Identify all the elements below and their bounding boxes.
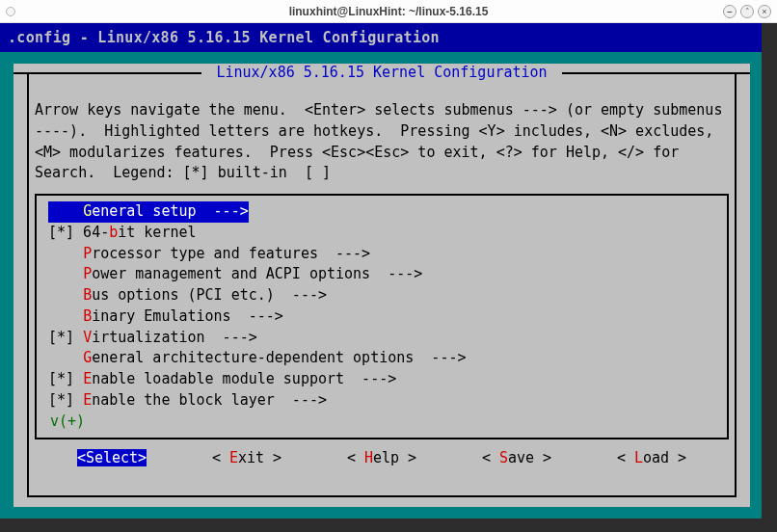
menu-item-label: nable loadable module support ---> <box>92 370 396 387</box>
menuconfig-dialog: Linux/x86 5.16.15 Kernel Configuration A… <box>13 64 750 507</box>
dialog-button[interactable]: < Exit > <box>212 449 281 466</box>
dialog-button[interactable]: < Save > <box>482 449 551 466</box>
menu-item-prefix <box>48 286 83 304</box>
window-title: linuxhint@LinuxHint: ~/linux-5.16.15 <box>0 5 777 18</box>
close-button[interactable]: × <box>758 5 771 18</box>
menu-list[interactable]: General setup --->[*] 64-bit kernel Proc… <box>35 194 729 439</box>
menu-item-prefix <box>48 202 83 220</box>
menu-item[interactable]: [*] Virtualization ---> <box>48 328 710 349</box>
menu-item-hotkey: B <box>83 286 92 304</box>
button-hotkey: H <box>364 449 373 466</box>
button-label: elect> <box>94 449 147 466</box>
menu-item[interactable]: General setup ---> <box>48 201 249 223</box>
button-hotkey: L <box>634 449 643 466</box>
menu-item-label: eneral setup ---> <box>92 202 249 220</box>
config-status-bar: .config - Linux/x86 5.16.15 Kernel Confi… <box>0 23 762 52</box>
dialog-help-text: Arrow keys navigate the menu. <Enter> se… <box>35 100 729 184</box>
menu-item-hotkey: V <box>83 329 92 346</box>
menu-item-hotkey: P <box>83 245 92 262</box>
terminal-area: .config - Linux/x86 5.16.15 Kernel Confi… <box>0 23 777 532</box>
menu-item-hotkey: E <box>83 391 92 409</box>
dialog-button-row: <Select>< Exit >< Help >< Save >< Load > <box>35 449 729 466</box>
dialog-button[interactable]: <Select> <box>77 449 147 466</box>
button-label: oad > <box>643 449 686 466</box>
menu-item-prefix <box>48 245 83 262</box>
menu-item-label: inary Emulations ---> <box>92 307 283 325</box>
button-label: xit > <box>238 449 281 466</box>
menu-item-prefix: [*] <box>48 329 83 346</box>
menu-item-prefix: [*] <box>48 370 83 387</box>
menu-item-label: it kernel <box>118 224 196 241</box>
titlebar-right-controls: ‒ ˄ × <box>723 5 771 18</box>
button-label: elp > <box>373 449 416 466</box>
menu-item-label: eneral architecture-dependent options --… <box>92 349 466 366</box>
menu-item[interactable]: Power management and ACPI options ---> <box>48 264 710 285</box>
menu-item[interactable]: Binary Emulations ---> <box>48 306 710 328</box>
menu-item-hotkey: G <box>83 349 92 366</box>
menu-item-hotkey: b <box>109 224 118 241</box>
menu-item-hotkey: G <box>83 202 92 220</box>
button-hotkey: S <box>86 449 94 466</box>
menu-item-label: rocessor type and features ---> <box>92 245 370 262</box>
menu-item[interactable]: Bus options (PCI etc.) ---> <box>48 285 710 306</box>
menu-item-hotkey: P <box>83 265 92 282</box>
dialog-button[interactable]: < Help > <box>347 449 416 466</box>
menu-item-label: ower management and ACPI options ---> <box>92 265 422 282</box>
menu-item[interactable]: [*] 64-bit kernel <box>48 223 710 244</box>
button-label: ave > <box>508 449 551 466</box>
menu-item[interactable]: General architecture-dependent options -… <box>48 348 710 369</box>
menu-item-prefix <box>48 349 83 366</box>
menu-more-indicator: v(+) <box>48 412 710 433</box>
menu-item-label: nable the block layer ---> <box>92 391 327 409</box>
maximize-button[interactable]: ˄ <box>740 5 754 18</box>
dialog-title-row: Linux/x86 5.16.15 Kernel Configuration <box>13 63 750 82</box>
menu-item-prefix: [*] <box>48 391 83 409</box>
button-hotkey: S <box>499 449 508 466</box>
terminal-background: .config - Linux/x86 5.16.15 Kernel Confi… <box>0 23 762 519</box>
dialog-button[interactable]: < Load > <box>617 449 686 466</box>
menu-item[interactable]: [*] Enable loadable module support ---> <box>48 369 710 390</box>
dialog-title: Linux/x86 5.16.15 Kernel Configuration <box>201 64 561 81</box>
menu-item-prefix <box>48 307 83 325</box>
menu-item[interactable]: Processor type and features ---> <box>48 244 710 265</box>
button-hotkey: E <box>229 449 238 466</box>
menu-item-prefix <box>48 265 83 282</box>
menu-item-label: irtualization ---> <box>92 329 257 346</box>
menu-item-hotkey: B <box>83 307 92 325</box>
menu-item[interactable]: [*] Enable the block layer ---> <box>48 390 710 412</box>
menu-item-label: us options (PCI etc.) ---> <box>92 286 327 304</box>
menu-item-hotkey: E <box>83 370 92 387</box>
minimize-button[interactable]: ‒ <box>723 5 737 18</box>
menu-item-prefix: [*] 64- <box>48 224 109 241</box>
window-titlebar: linuxhint@LinuxHint: ~/linux-5.16.15 ‒ ˄… <box>0 0 777 23</box>
